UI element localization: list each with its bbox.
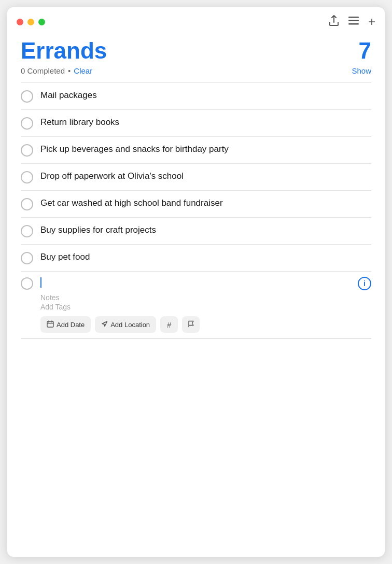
flag-icon — [188, 320, 194, 329]
content: Errands 7 0 Completed • Clear Show Mail … — [7, 33, 385, 557]
svg-rect-3 — [47, 321, 53, 327]
task-checkbox-6[interactable] — [21, 225, 33, 237]
add-location-button[interactable]: Add Location — [95, 316, 156, 333]
info-button[interactable]: i — [358, 277, 371, 290]
task-checkbox-2[interactable] — [21, 117, 33, 130]
task-item: Get car washed at high school band fundr… — [21, 191, 371, 218]
show-button[interactable]: Show — [352, 66, 371, 75]
task-list: Mail packages Return library books Pick … — [21, 82, 371, 272]
task-checkbox-1[interactable] — [21, 90, 33, 103]
list-view-icon[interactable] — [348, 16, 359, 28]
list-title: Errands — [21, 38, 107, 63]
completed-row: 0 Completed • Clear Show — [21, 66, 371, 75]
traffic-lights — [17, 19, 45, 25]
cursor-line — [40, 277, 41, 288]
info-icon-label: i — [363, 279, 366, 288]
task-checkbox-4[interactable] — [21, 171, 33, 184]
task-text-4: Drop off paperwork at Olivia's school — [40, 171, 371, 182]
add-location-label: Add Location — [110, 321, 150, 329]
add-date-button[interactable]: Add Date — [40, 316, 91, 333]
task-text-2: Return library books — [40, 117, 371, 129]
completed-count: 0 Completed — [21, 66, 65, 75]
task-notes-placeholder[interactable]: Notes — [40, 293, 371, 302]
svg-rect-2 — [348, 23, 359, 25]
task-item: Return library books — [21, 110, 371, 137]
header-row: Errands 7 — [21, 38, 371, 63]
task-item: Pick up beverages and snacks for birthda… — [21, 137, 371, 164]
titlebar-actions: + — [329, 15, 375, 29]
new-task-checkbox[interactable] — [21, 277, 33, 290]
task-item: Buy pet food — [21, 245, 371, 272]
bottom-divider — [21, 338, 371, 339]
svg-rect-0 — [348, 17, 359, 18]
task-item: Buy supplies for craft projects — [21, 218, 371, 245]
hashtag-icon: # — [167, 320, 171, 329]
task-item: Drop off paperwork at Olivia's school — [21, 164, 371, 191]
task-tags-placeholder[interactable]: Add Tags — [40, 303, 371, 311]
main-window: + Errands 7 0 Completed • Clear Show Mai… — [7, 7, 385, 557]
clear-button[interactable]: Clear — [74, 66, 92, 75]
titlebar: + — [7, 7, 385, 33]
task-checkbox-5[interactable] — [21, 198, 33, 210]
dot-separator: • — [68, 66, 71, 75]
task-actions: Add Date Add Location # — [40, 316, 371, 333]
task-text-7: Buy pet food — [40, 251, 371, 263]
minimize-button[interactable] — [27, 19, 34, 25]
add-date-label: Add Date — [57, 321, 85, 329]
task-item: Mail packages — [21, 82, 371, 110]
new-task-cursor[interactable] — [40, 277, 43, 290]
flag-button[interactable] — [182, 316, 200, 333]
new-task-top: i — [21, 277, 371, 293]
calendar-icon — [47, 320, 54, 329]
maximize-button[interactable] — [38, 19, 45, 25]
new-task-expanded: i Notes Add Tags Add Date — [21, 272, 371, 339]
task-text-5: Get car washed at high school band fundr… — [40, 198, 371, 209]
task-text-6: Buy supplies for craft projects — [40, 224, 371, 236]
svg-rect-1 — [348, 20, 359, 21]
hashtag-button[interactable]: # — [160, 316, 178, 333]
close-button[interactable] — [17, 19, 23, 25]
add-icon[interactable]: + — [368, 15, 375, 29]
item-count: 7 — [359, 38, 371, 63]
task-checkbox-7[interactable] — [21, 252, 33, 264]
completed-info: 0 Completed • Clear — [21, 66, 92, 75]
share-icon[interactable] — [329, 15, 339, 29]
task-checkbox-3[interactable] — [21, 144, 33, 157]
task-text-3: Pick up beverages and snacks for birthda… — [40, 144, 371, 156]
location-icon — [101, 320, 108, 329]
task-text-1: Mail packages — [40, 90, 371, 102]
